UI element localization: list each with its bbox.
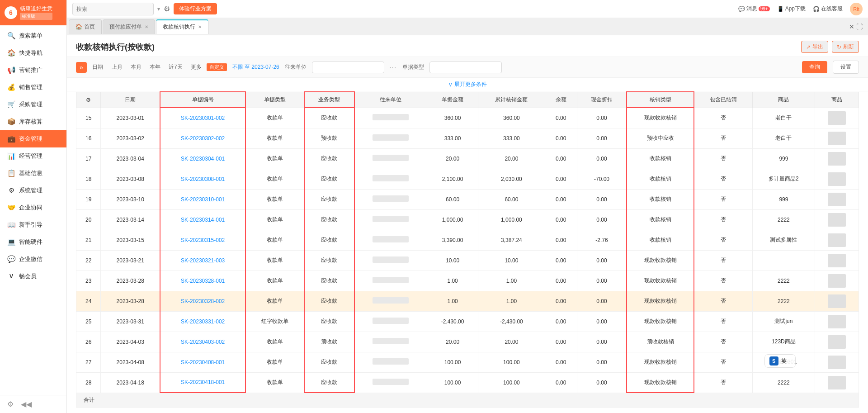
th-doc-no[interactable]: 单据编号 — [160, 92, 245, 108]
user-avatar[interactable]: Rit — [850, 3, 863, 15]
date-btn-this-year[interactable]: 本年 — [146, 62, 164, 72]
sidebar-item-operations[interactable]: 📊 经营管理 — [0, 147, 66, 165]
doc-no-link[interactable]: SK-20230331-002 — [181, 318, 225, 325]
cell-discount: 0.00 — [577, 271, 627, 291]
cell-doc-no: SK-20230314-001 — [160, 209, 245, 230]
cell-goods2 — [815, 271, 859, 291]
date-btn-more[interactable]: 更多 — [188, 62, 205, 72]
query-button[interactable]: 查询 — [802, 61, 827, 73]
cell-biz-type: 应收款 — [304, 271, 354, 291]
tab-expand-icon[interactable]: ⛶ — [856, 23, 863, 30]
th-doc-type[interactable]: 单据类型 — [245, 92, 304, 108]
sidebar-item-label: 智能硬件 — [19, 238, 42, 246]
tab-close-all-icon[interactable]: ✕ — [849, 23, 854, 30]
export-button[interactable]: ↗ 导出 — [801, 41, 828, 53]
partner-input[interactable] — [312, 62, 384, 73]
cell-amount: 2,100.00 — [427, 169, 478, 189]
doc-no-link[interactable]: SK-20230302-002 — [181, 135, 225, 142]
dropdown-arrow-icon[interactable]: ▾ — [157, 6, 160, 12]
th-include-settled[interactable]: 包含已结清 — [694, 92, 752, 108]
sidebar-item-finance[interactable]: 💼 资金管理 — [0, 130, 66, 147]
doc-no-link[interactable]: SK-20230418-001 — [181, 379, 225, 385]
th-writeoff[interactable]: 累计核销金额 — [478, 92, 545, 108]
th-biz-type[interactable]: 业务类型 — [304, 92, 354, 108]
doc-no-link[interactable]: SK-20230304-001 — [181, 156, 225, 162]
cell-partner — [354, 209, 427, 230]
expand-more-label: 展开更多条件 — [454, 81, 487, 88]
cell-discount: 0.00 — [577, 352, 627, 372]
setting-button[interactable]: 设置 — [833, 61, 859, 74]
cell-discount: 0.00 — [577, 291, 627, 311]
doc-type-select[interactable] — [429, 62, 502, 73]
cell-partner — [354, 230, 427, 250]
topbar-search-input[interactable] — [72, 3, 154, 15]
partner-blurred — [373, 358, 409, 365]
filter-expand-button[interactable]: » — [76, 62, 87, 73]
partner-blurred — [373, 155, 409, 161]
support-item[interactable]: 🎧 在线客服 — [813, 5, 843, 13]
date-btn-7days[interactable]: 近7天 — [165, 62, 186, 72]
date-btn-last-month[interactable]: 上月 — [108, 62, 126, 72]
sidebar-item-marketing[interactable]: 📢 营销推广 — [0, 62, 66, 79]
notification-item[interactable]: 💬 消息 99+ — [738, 5, 770, 13]
date-label: 日期 — [92, 63, 103, 71]
th-goods[interactable]: 商品 — [752, 92, 815, 108]
sidebar-item-inventory[interactable]: 📦 库存核算 — [0, 113, 66, 130]
sidebar-item-quicknav[interactable]: 🏠 快捷导航 — [0, 44, 66, 62]
cell-goods: 123D商品 — [752, 332, 815, 352]
custom-date-btn[interactable]: 自定义 — [207, 63, 227, 71]
cell-num: 18 — [76, 169, 101, 189]
sidebar-item-enterprise[interactable]: 🤝 企业协同 — [0, 199, 66, 216]
settings-gear-icon[interactable]: ⚙ — [164, 5, 170, 13]
settings-bottom-icon[interactable]: ⚙ — [7, 400, 14, 408]
th-writeoff-type[interactable]: 核销类型 — [627, 92, 694, 108]
sidebar-item-search[interactable]: 🔍 搜索菜单 — [0, 27, 66, 44]
th-partner[interactable]: 往来单位 — [354, 92, 427, 108]
doc-no-link[interactable]: SK-20230310-001 — [181, 196, 225, 203]
cell-balance: 0.00 — [545, 250, 577, 271]
doc-no-link[interactable]: SK-20230315-002 — [181, 237, 225, 243]
th-date[interactable]: 日期 — [101, 92, 160, 108]
tab-close-collection[interactable]: ✕ — [198, 24, 202, 29]
tab-prepay[interactable]: 预付款应付单 ✕ — [103, 19, 155, 34]
th-balance[interactable]: 余额 — [545, 92, 577, 108]
th-settings[interactable]: ⚙ — [76, 92, 101, 108]
th-amount[interactable]: 单据金额 — [427, 92, 478, 108]
sidebar-item-wechat[interactable]: 💬 企业微信 — [0, 251, 66, 268]
cell-partner — [354, 271, 427, 291]
industry-solution-button[interactable]: 体验行业方案 — [174, 3, 217, 14]
cell-discount: 0.00 — [577, 372, 627, 393]
sidebar-item-member[interactable]: V 畅会员 — [0, 268, 66, 285]
th-goods2[interactable]: 商品 — [815, 92, 859, 108]
sidebar-item-purchase[interactable]: 🛒 采购管理 — [0, 96, 66, 113]
table-container[interactable]: ⚙ 日期 单据编号 单据类型 业务类型 往来单位 单据金额 累计核销金额 余额 … — [67, 91, 868, 413]
cell-goods2 — [815, 209, 859, 230]
tab-collection[interactable]: 收款核销执行 ✕ — [156, 19, 208, 34]
tab-home[interactable]: 🏠 首页 — [69, 19, 102, 34]
doc-no-link[interactable]: SK-20230314-001 — [181, 217, 225, 223]
sidebar-item-system[interactable]: ⚙ 系统管理 — [0, 182, 66, 199]
doc-no-link[interactable]: SK-20230328-001 — [181, 278, 225, 284]
table-footer-row: 合计 — [76, 393, 859, 408]
sidebar-item-sales[interactable]: 💰 销售管理 — [0, 79, 66, 96]
data-table: ⚙ 日期 单据编号 单据类型 业务类型 往来单位 单据金额 累计核销金额 余额 … — [76, 91, 859, 408]
expand-more-btn[interactable]: ∨ 展开更多条件 — [448, 81, 487, 88]
doc-no-link[interactable]: SK-20230301-002 — [181, 115, 225, 121]
sidebar-item-hardware[interactable]: 💻 智能硬件 — [0, 233, 66, 251]
sidebar-item-basic[interactable]: 📋 基础信息 — [0, 165, 66, 182]
doc-no-link[interactable]: SK-20230408-001 — [181, 359, 225, 366]
doc-no-link[interactable]: SK-20230328-002 — [181, 298, 225, 304]
tab-close-prepay[interactable]: ✕ — [145, 24, 148, 29]
doc-no-link[interactable]: SK-20230321-003 — [181, 257, 225, 264]
app-download-item[interactable]: 📱 App下载 — [777, 5, 806, 13]
doc-no-link[interactable]: SK-20230403-002 — [181, 339, 225, 345]
refresh-button[interactable]: ↻ 刷新 — [832, 41, 859, 53]
date-btn-this-month[interactable]: 本月 — [127, 62, 145, 72]
collapse-icon[interactable]: ◀◀ — [21, 400, 32, 408]
sidebar-item-guide[interactable]: 📖 新手引导 — [0, 216, 66, 233]
cell-writeoff: 100.00 — [478, 352, 545, 372]
th-discount[interactable]: 现金折扣 — [577, 92, 627, 108]
cell-doc-no: SK-20230301-002 — [160, 108, 245, 128]
doc-no-link[interactable]: SK-20230308-001 — [181, 176, 225, 182]
cell-goods2 — [815, 189, 859, 209]
